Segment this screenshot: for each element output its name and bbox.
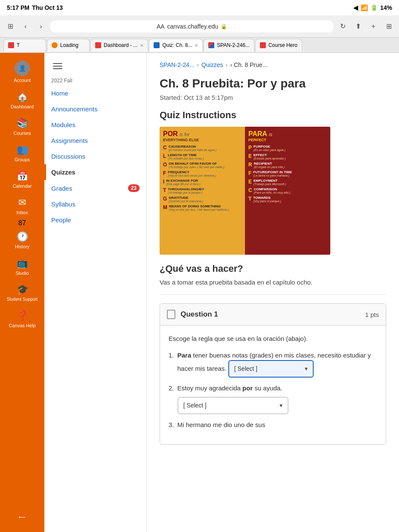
nav-history-wrap: 🕐 History [0,227,44,253]
nav-inbox-wrap: ✉ Inbox 87 [0,193,44,227]
lock-icon: 🔒 [221,23,227,29]
sidebar-toggle-button[interactable]: ⊞ [4,20,16,32]
nav-history-label: History [15,244,29,249]
por-item-m: MMEANS OF DOING SOMETHING(Voy al cine po… [163,204,242,211]
breadcrumb-chevron: › [230,61,232,68]
question-1-body: Escoge la regla que se usa en la oración… [160,326,386,444]
battery-level: 14% [380,4,392,11]
breadcrumb-section[interactable]: Quizzes [201,61,223,68]
nav-canvas-help-wrap: ❓ Canvas Help [0,306,44,332]
por-item-o: OON BEHALF OF/IN FAVOR OF(Yo trabajo por… [163,162,242,169]
tab-label-1: T [17,42,20,48]
breadcrumb-sep1: › [197,61,199,68]
canvas-nav: 👤 Account 🏠 Dashboard 📚 Courses 👥 Groups [0,53,44,532]
tabs-bar: T Loading Dashboard - ... ✕ Quiz: Ch. 8.… [0,38,399,53]
nav-calendar[interactable]: 📅 Calendar [0,166,44,193]
nav-student-support[interactable]: 🎓 Student Support [0,280,44,306]
sidebar-nav-quizzes[interactable]: Quizzes [44,164,146,180]
nav-dashboard-wrap: 🏠 Dashboard [0,87,44,113]
canvas-help-icon: ❓ [17,310,28,321]
back-button[interactable]: ‹ [20,20,32,32]
tab-coursehero[interactable]: Course Hero [255,39,302,52]
nav-student-support-label: Student Support [7,297,38,302]
tab-grid-button[interactable]: ⊞ [383,20,395,32]
sidebar-nav-discussions[interactable]: Discussions [44,148,146,164]
studio-icon: 📺 [17,258,28,269]
tab-span[interactable]: SPAN-2-246... [204,39,254,52]
answer-2-select-arrow: ▾ [280,401,283,410]
tab-favicon-loading [52,42,58,48]
nav-courses[interactable]: 📚 Courses [0,113,44,140]
grades-badge: 23 [128,184,140,192]
answer-3-num: 3. [169,420,174,430]
sidebar-nav-modules[interactable]: Modules [44,117,146,133]
nav-inbox[interactable]: ✉ Inbox [0,193,44,219]
sidebar-nav-home[interactable]: Home [44,85,146,101]
nav-studio[interactable]: 📺 Studio [0,253,44,280]
question-1-container: Question 1 1 pts Escoge la regla que se … [160,303,386,445]
tab-favicon-span [208,42,214,48]
nav-groups-wrap: 👥 Groups [0,140,44,166]
nav-history[interactable]: 🕐 History [0,227,44,253]
tab-close-quiz[interactable]: ✕ [195,43,198,48]
nav-groups[interactable]: 👥 Groups [0,140,44,166]
nav-student-support-wrap: 🎓 Student Support [0,280,44,306]
por-item-l: LLENGTH OF TIME(Yo estudié por dos horas… [163,153,242,160]
tab-loading[interactable]: Loading [47,39,90,52]
nav-dashboard-label: Dashboard [11,104,34,109]
nav-collapse[interactable]: ⟵ [0,510,44,524]
content-area: 2022 Fall Home Announcements Modules Ass… [44,53,399,532]
status-bar: 5:17 PM Thu Oct 13 ◀ 📶 🔋 14% [0,0,399,15]
tab-1[interactable]: T [3,39,46,52]
answer-2-text-1: Estoy muy agradecida [178,384,243,392]
tab-favicon-dashboard [95,42,101,48]
share-button[interactable]: ⬆ [352,20,364,32]
question-1-text: Escoge la regla que se usa en la oración… [169,334,377,344]
question-1-number: Question 1 [181,310,218,319]
tab-dashboard[interactable]: Dashboard - ... ✕ [90,39,148,52]
para-item-f: FFUTURE/POINT IN TIME(La tarea es para m… [248,170,327,177]
question-1-header-left: Question 1 [167,310,218,319]
tab-label-quiz: Quiz: Ch. 8... [162,42,192,48]
nav-dashboard[interactable]: 🏠 Dashboard [0,87,44,113]
nav-studio-label: Studio [15,270,29,276]
nav-canvas-help[interactable]: ❓ Canvas Help [0,306,44,332]
course-sidebar: 2022 Fall Home Announcements Modules Ass… [44,53,147,532]
nav-account[interactable]: 👤 Account [0,56,44,87]
question-bookmark[interactable] [167,310,175,319]
answer-2-num: 2. [169,384,174,414]
answer-2-text-2: su ayuda. [253,384,282,392]
answer-1-content: 1. Para tener buenas notas (grades) en m… [169,351,377,378]
sidebar-nav-announcements[interactable]: Announcements [44,101,146,117]
nav-groups-label: Groups [15,157,30,162]
nav-calendar-wrap: 📅 Calendar [0,166,44,193]
tab-close-dashboard[interactable]: ✕ [140,43,143,48]
tab-quiz[interactable]: Quiz: Ch. 8... ✕ [149,39,203,52]
sidebar-nav-syllabus[interactable]: Syllabus [44,196,146,212]
answer-1-select[interactable]: [ Select ] ▾ [228,360,314,378]
tab-label-loading: Loading [60,42,79,48]
forward-button[interactable]: › [35,20,47,32]
hamburger-menu[interactable] [50,60,66,73]
para-item-r: RRECIPIENT(El regalo es para ella.) [248,162,327,169]
sidebar-nav-assignments[interactable]: Assignments [44,133,146,148]
course-nav: 2022 Fall Home Announcements Modules Ass… [44,78,146,228]
question-1-header: Question 1 1 pts [160,304,386,326]
new-tab-button[interactable]: + [367,20,379,32]
answer-1: 1. Para tener buenas notas (grades) en m… [169,351,377,378]
para-is: is [269,132,272,137]
quiz-title: Ch. 8 Pruebita: Por y para [160,77,386,90]
answer-1-select-arrow: ▾ [305,364,308,373]
sidebar-nav-people[interactable]: People [44,212,146,228]
reload-button[interactable]: ↻ [337,20,349,32]
breadcrumb: SPAN-2-24... › Quizzes › › Ch. 8 Prue... [160,61,386,72]
sidebar-nav-grades[interactable]: Grades 23 [44,180,146,196]
wifi-icon: 📶 [361,4,368,11]
tab-favicon-coursehero [260,42,266,48]
address-bar[interactable]: AA canvas.chaffey.edu 🔒 [50,20,333,32]
answer-2-select-label: [ Select ] [183,401,207,410]
por-is-for: is for [180,132,190,137]
breadcrumb-course[interactable]: SPAN-2-24... [160,61,194,68]
answer-2-select[interactable]: [ Select ] ▾ [178,397,288,414]
quiz-description: Vas a tomar esta pruebita basada en el c… [160,279,386,295]
